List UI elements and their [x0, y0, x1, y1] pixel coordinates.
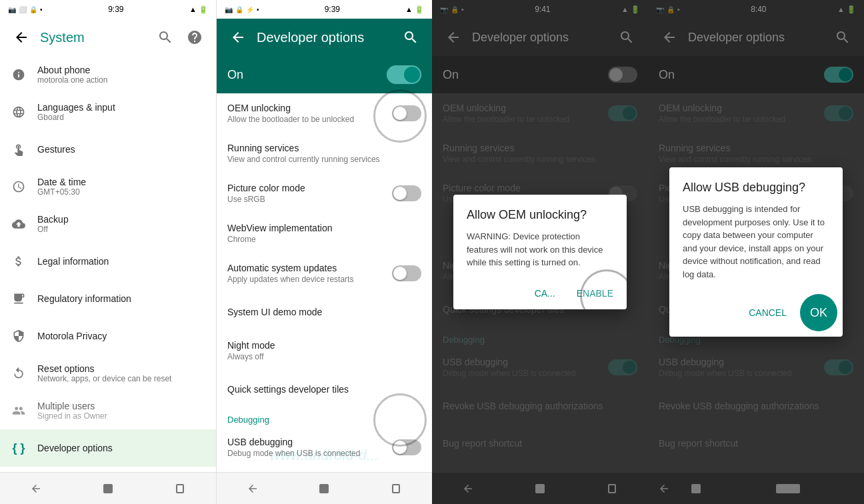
privacy-icon — [11, 328, 27, 344]
setting-picture-color[interactable]: Picture color mode Use sRGB — [217, 173, 432, 213]
running-svc-sub: View and control currently running servi… — [227, 155, 421, 164]
regulatory-icon — [11, 291, 27, 307]
oem-dialog-overlay: Allow OEM unlocking? WARNING: Device pro… — [432, 0, 648, 504]
webview-sub: Chrome — [227, 235, 421, 244]
sidebar-reg-label: Regulatory information — [37, 293, 205, 304]
setting-running-svc[interactable]: Running services View and control curren… — [217, 133, 432, 173]
setting-webview[interactable]: WebView implementation Chrome — [217, 213, 432, 253]
right3-panel: 📷🔒• 8:40 ▲🔋 Developer options On OEM unl… — [648, 0, 864, 504]
on-row-mid[interactable]: On — [217, 56, 432, 93]
sidebar-item-users[interactable]: Multiple users Signed in as Owner — [0, 392, 216, 429]
setting-night-mode[interactable]: Night mode Always off — [217, 331, 432, 371]
setting-revoke-usb[interactable]: Revoke USB debugging authorizations — [217, 467, 432, 472]
sidebar-item-reset[interactable]: Reset options Network, apps, or device c… — [0, 355, 216, 392]
sidebar-privacy-label: Motorola Privacy — [37, 331, 205, 341]
reset-icon — [11, 365, 27, 381]
sidebar-reset-sub: Network, apps, or device can be reset — [37, 374, 205, 383]
sidebar-dt-label: Date & time — [37, 177, 205, 187]
oem-dialog-actions: Ca... Enable — [453, 280, 627, 309]
nav-back-left[interactable] — [20, 473, 52, 505]
sidebar-item-sysupdate[interactable]: System updates Updated to Android 9 — [0, 467, 216, 472]
oem-cancel-button[interactable]: Ca... — [527, 283, 563, 304]
nav-home-left[interactable] — [92, 473, 124, 505]
clock-icon — [11, 179, 27, 195]
sidebar-about-sub: motorola one action — [37, 75, 205, 85]
status-bar-left: 📷 ⬜ 🔒 • 9:39 ▲ 🔋 — [0, 0, 216, 19]
usb-debug-toggle[interactable] — [392, 439, 421, 455]
setting-oem-unlock[interactable]: OEM unlocking Allow the bootloader to be… — [217, 93, 432, 133]
sidebar-item-backup[interactable]: Backup Off — [0, 205, 216, 243]
right2-panel: 📷🔒• 9:41 ▲🔋 Developer options On OEM unl… — [432, 0, 648, 504]
status-bar-mid: 📷🔒⚡• 9:39 ▲🔋 — [217, 0, 432, 19]
sidebar-lang-label: Languages & input — [37, 102, 205, 113]
usb-ok-button[interactable]: OK — [800, 294, 837, 331]
qs-tiles-title: Quick settings developer tiles — [227, 384, 421, 395]
status-icons-left: 📷 ⬜ 🔒 • — [8, 6, 43, 13]
night-mode-sub: Always off — [227, 352, 421, 361]
nav-recents-mid[interactable] — [380, 473, 412, 505]
sidebar-dt-sub: GMT+05:30 — [37, 187, 205, 197]
webview-title: WebView implementation — [227, 223, 421, 233]
oem-unlock-sub: Allow the bootloader to be unlocked — [227, 115, 354, 124]
auto-update-toggle[interactable] — [392, 265, 421, 281]
top-bar-left: System — [0, 19, 216, 56]
sidebar-legal-label: Legal information — [37, 256, 205, 267]
left-panel: 📷 ⬜ 🔒 • 9:39 ▲ 🔋 System Abou — [0, 0, 216, 504]
search-icon-left[interactable] — [155, 27, 176, 48]
ok-label: OK — [810, 306, 827, 320]
bottom-nav-left — [0, 472, 216, 504]
nav-home-mid[interactable] — [308, 473, 340, 505]
picture-color-toggle[interactable] — [392, 185, 421, 201]
usb-dialog-body: USB debugging is intended for developmen… — [669, 203, 843, 291]
sidebar-backup-sub: Off — [37, 225, 205, 234]
help-icon-left[interactable] — [184, 27, 205, 48]
picture-color-sub: Use sRGB — [227, 195, 305, 204]
ui-demo-title: System UI demo mode — [227, 307, 421, 317]
sidebar-item-legal[interactable]: Legal information — [0, 243, 216, 280]
running-svc-title: Running services — [227, 143, 421, 153]
sidebar-item-developer[interactable]: { } Developer options — [0, 429, 216, 467]
night-mode-title: Night mode — [227, 340, 421, 351]
usb-dialog-actions: Cancel OK — [669, 291, 843, 337]
dev-options-content: OEM unlocking Allow the bootloader to be… — [217, 93, 432, 472]
top-bar-mid: Developer options — [217, 19, 432, 56]
developer-icon: { } — [11, 440, 27, 456]
setting-ui-demo[interactable]: System UI demo mode — [217, 293, 432, 331]
sidebar-item-datetime[interactable]: Date & time GMT+05:30 — [0, 168, 216, 205]
back-icon-mid[interactable] — [227, 27, 249, 48]
time-left: 9:39 — [108, 5, 123, 14]
page-title-left: System — [40, 30, 147, 45]
nav-back-mid[interactable] — [237, 473, 269, 505]
users-icon — [11, 403, 27, 419]
debugging-section-label: Debugging — [217, 408, 432, 427]
time-mid: 9:39 — [325, 5, 340, 14]
on-toggle-mid[interactable] — [387, 65, 421, 84]
sidebar-item-gestures[interactable]: Gestures — [0, 131, 216, 168]
sidebar-item-privacy[interactable]: Motorola Privacy — [0, 317, 216, 355]
usb-cancel-button[interactable]: Cancel — [741, 294, 795, 331]
sidebar-about-label: About phone — [37, 65, 205, 75]
sidebar-item-about[interactable]: About phone motorola one action — [0, 56, 216, 93]
oem-enable-button[interactable]: Enable — [569, 283, 621, 304]
backup-icon — [11, 216, 27, 232]
on-label-mid: On — [227, 68, 243, 82]
setting-qs-tiles[interactable]: Quick settings developer tiles — [217, 371, 432, 408]
sidebar-dev-label: Developer options — [37, 443, 205, 453]
info-icon — [11, 67, 27, 83]
auto-update-title: Automatic system updates — [227, 263, 353, 273]
mid-panel: 📷🔒⚡• 9:39 ▲🔋 Developer options On — [216, 0, 432, 504]
sidebar-item-languages[interactable]: Languages & input Gboard — [0, 93, 216, 131]
nav-recents-left[interactable] — [164, 473, 196, 505]
setting-usb-debug[interactable]: USB debugging Debug mode when USB is con… — [217, 427, 432, 467]
sidebar-content: About phone motorola one action Language… — [0, 56, 216, 472]
sidebar-item-regulatory[interactable]: Regulatory information — [0, 280, 216, 317]
back-icon-left[interactable] — [11, 27, 32, 48]
usb-dialog: Allow USB debugging? USB debugging is in… — [669, 167, 843, 337]
oem-unlock-toggle[interactable] — [392, 105, 421, 121]
setting-auto-update[interactable]: Automatic system updates Apply updates w… — [217, 253, 432, 293]
oem-unlock-title: OEM unlocking — [227, 103, 354, 113]
oem-dialog-body: WARNING: Device protection features will… — [453, 230, 627, 280]
page-title-mid: Developer options — [257, 30, 392, 45]
search-icon-mid[interactable] — [400, 27, 421, 48]
usb-debug-sub: Debug mode when USB is connected — [227, 449, 360, 458]
